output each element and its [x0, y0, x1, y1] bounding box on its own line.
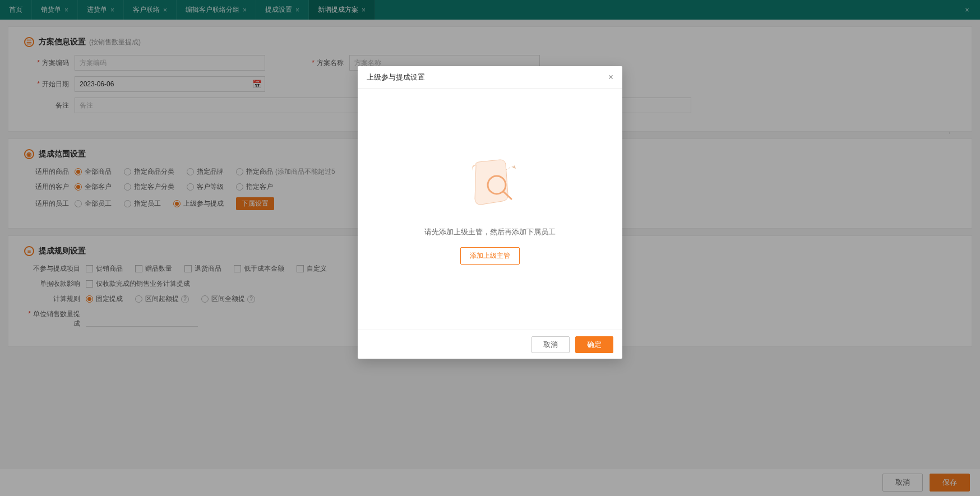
modal-footer: 取消 确定 — [358, 330, 622, 359]
modal-title: 上级参与提成设置 — [367, 72, 425, 82]
svg-marker-3 — [512, 165, 516, 169]
superior-commission-modal: 上级参与提成设置 × 请先添加上级主管，然后再添加下属员工 添加上级主管 取消 … — [358, 66, 622, 359]
close-icon[interactable]: × — [608, 72, 613, 82]
add-superior-button[interactable]: 添加上级主管 — [460, 247, 520, 265]
modal-header: 上级参与提成设置 × — [358, 66, 622, 89]
modal-cancel-button[interactable]: 取消 — [531, 336, 570, 353]
empty-state-icon — [456, 154, 524, 216]
modal-overlay[interactable]: 上级参与提成设置 × 请先添加上级主管，然后再添加下属员工 添加上级主管 取消 … — [0, 0, 980, 496]
modal-body: 请先添加上级主管，然后再添加下属员工 添加上级主管 — [358, 89, 622, 330]
modal-empty-message: 请先添加上级主管，然后再添加下属员工 — [424, 227, 556, 237]
modal-ok-button[interactable]: 确定 — [575, 336, 613, 353]
